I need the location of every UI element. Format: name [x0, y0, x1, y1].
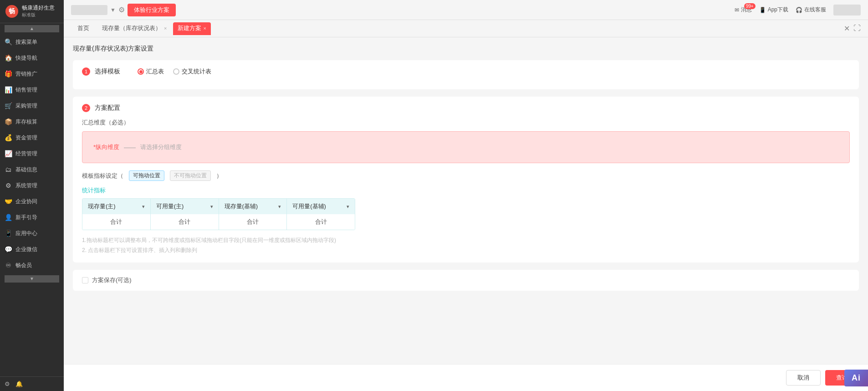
save-checkbox[interactable]	[82, 277, 88, 283]
sidebar-item-guide[interactable]: 👤 新手引导	[0, 210, 64, 226]
col-1-dropdown[interactable]: ▾	[210, 204, 213, 210]
stats-col-1-label: 可用量(主)	[156, 202, 184, 211]
sidebar-item-label: 企业微信	[15, 246, 37, 253]
sidebar-item-purchase[interactable]: 🛒 采购管理	[0, 98, 64, 114]
messages-btn[interactable]: ✉ 消息 99+	[735, 6, 752, 14]
cancel-button[interactable]: 取消	[786, 370, 821, 386]
sidebar-item-inventory[interactable]: 📦 库存核算	[0, 114, 64, 130]
col-2-dropdown[interactable]: ▾	[278, 204, 281, 210]
stats-col-3-label: 可用量(基辅)	[292, 202, 326, 211]
col-3-dropdown[interactable]: ▾	[347, 204, 349, 210]
messages-badge: 99+	[744, 3, 756, 9]
sidebar-item-basic-info[interactable]: 🗂 基础信息	[0, 162, 64, 178]
sidebar-item-label: 销售管理	[15, 86, 37, 94]
online-service-btn[interactable]: 🎧 在线客服	[796, 6, 826, 14]
section-config: 2 方案配置 汇总维度（必选） *纵向维度 —— 请选择分组维度 模板指标设定（…	[73, 97, 859, 262]
topbar: ▼ ⚙ 体验行业方案 ✉ 消息 99+ 📱 App下载 🎧 在线客服	[64, 0, 868, 20]
topbar-gear-icon[interactable]: ⚙	[118, 5, 125, 14]
dimension-required-star: *纵向维度	[93, 143, 119, 151]
tab-home[interactable]: 首页	[71, 21, 96, 37]
sidebar: 畅 畅康通好生意 标准版 ▲ 🔍 搜索菜单 🏠 快捷导航 🎁 营销推广 📊 销售…	[0, 0, 64, 391]
sidebar-item-management[interactable]: 📈 经营管理	[0, 146, 64, 162]
sidebar-item-label: 应用中心	[15, 230, 37, 237]
dimension-area[interactable]: *纵向维度 —— 请选择分组维度	[82, 131, 850, 163]
tab-inventory-close[interactable]: ×	[164, 26, 167, 31]
radio-cross-label: 交叉统计表	[182, 67, 211, 76]
tab-new-close[interactable]: ×	[203, 26, 206, 31]
ai-badge[interactable]: Ai	[844, 370, 868, 386]
topbar-placeholder	[71, 5, 107, 15]
radio-cross-dot	[173, 68, 179, 75]
stats-col-0-label: 现存量(主)	[88, 202, 116, 211]
gear-icon: ⚙	[5, 182, 12, 189]
trial-btn[interactable]: 体验行业方案	[128, 4, 176, 16]
app-download-btn[interactable]: 📱 App下载	[759, 6, 788, 14]
scroll-down-arrow[interactable]: ▼	[5, 275, 59, 283]
dimension-placeholder: 请选择分组维度	[140, 143, 182, 151]
box-icon: 📦	[5, 118, 12, 125]
tip-2: 2. 点击标题栏下拉可设置排序、插入列和删除列	[82, 246, 850, 256]
tab-inventory[interactable]: 现存量（库存状况表） ×	[96, 21, 173, 37]
stats-col-0[interactable]: 现存量(主) ▾	[82, 199, 151, 214]
content-area: 现存量(库存状况表)方案设置 1 选择模板 汇总表 交叉统计表	[64, 37, 868, 364]
stats-cell-1: 合计	[151, 214, 219, 230]
page-title: 现存量(库存状况表)方案设置	[73, 45, 859, 53]
sidebar-item-nav[interactable]: 🏠 快捷导航	[0, 50, 64, 66]
section1-header: 1 选择模板 汇总表 交叉统计表	[82, 67, 850, 76]
sidebar-item-label: 资金管理	[15, 134, 37, 142]
sidebar-item-system[interactable]: ⚙ 系统管理	[0, 178, 64, 194]
radio-cross-table[interactable]: 交叉统计表	[173, 67, 211, 76]
sidebar-item-label: 经营管理	[15, 150, 37, 158]
chart-icon: 📈	[5, 150, 12, 157]
sidebar-item-sales[interactable]: 📊 销售管理	[0, 82, 64, 98]
stats-table-body: 合计 合计 合计 合计	[82, 214, 355, 230]
col-0-dropdown[interactable]: ▾	[142, 204, 145, 210]
sidebar-item-search[interactable]: 🔍 搜索菜单	[0, 34, 64, 50]
sidebar-item-finance[interactable]: 💰 资金管理	[0, 130, 64, 146]
section2-header: 2 方案配置	[82, 104, 850, 112]
indicator-settings-label: 模板指标设定（	[82, 172, 123, 180]
headset-icon: 🎧	[796, 7, 802, 13]
stats-col-1[interactable]: 可用量(主) ▾	[151, 199, 219, 214]
sidebar-item-label: 企业协同	[15, 198, 37, 206]
step1-title: 选择模板	[95, 67, 120, 76]
sidebar-item-enterprise[interactable]: 🤝 企业协同	[0, 194, 64, 210]
settings-bottom-icon[interactable]: ⚙	[5, 381, 10, 387]
tabbar-actions: ✕ ⛶	[844, 24, 861, 33]
stats-col-2[interactable]: 现存量(基辅) ▾	[219, 199, 287, 214]
home-icon: 🏠	[5, 54, 12, 62]
stats-cell-3: 合计	[287, 214, 355, 230]
tabbar: 首页 现存量（库存状况表） × 新建方案 × ✕ ⛶	[64, 20, 868, 37]
sidebar-item-app-center[interactable]: 📱 应用中心	[0, 226, 64, 242]
service-label: 在线客服	[804, 6, 826, 14]
tab-expand-icon[interactable]: ⛶	[853, 24, 861, 33]
sales-icon: 📊	[5, 86, 12, 93]
stats-table-header: 现存量(主) ▾ 可用量(主) ▾ 现存量(基辅) ▾ 可用量(基辅) ▾	[82, 199, 355, 214]
radio-summary-table[interactable]: 汇总表	[138, 67, 164, 76]
stats-col-3[interactable]: 可用量(基辅) ▾	[287, 199, 355, 214]
sidebar-item-label: 快捷导航	[15, 54, 37, 62]
mobile-icon: 📱	[5, 230, 12, 237]
sidebar-item-member[interactable]: ♾ 畅会员	[0, 257, 64, 273]
chat-icon: 💬	[5, 246, 12, 253]
user-avatar[interactable]	[833, 5, 861, 15]
topbar-dropdown-icon[interactable]: ▼	[110, 7, 116, 13]
draggable-tag: 可拖动位置	[129, 170, 164, 181]
footer-section: 方案保存(可选)	[73, 270, 859, 291]
stats-title: 统计指标	[82, 186, 850, 195]
tab-new-plan[interactable]: 新建方案 ×	[173, 22, 210, 35]
sidebar-item-wechat[interactable]: 💬 企业微信	[0, 242, 64, 257]
sidebar-scroll-up[interactable]: ▲	[0, 23, 64, 34]
tab-close-all-icon[interactable]: ✕	[844, 24, 850, 33]
money-icon: 💰	[5, 134, 12, 141]
topbar-right: ✉ 消息 99+ 📱 App下载 🎧 在线客服	[735, 5, 861, 15]
tip-1: 1.拖动标题栏可以调整布局，不可跨维度或指标区域拖动栏目字段(只能在同一维度或指…	[82, 236, 850, 246]
bell-bottom-icon[interactable]: 🔔	[15, 381, 23, 387]
stats-table: 现存量(主) ▾ 可用量(主) ▾ 现存量(基辅) ▾ 可用量(基辅) ▾	[82, 198, 355, 230]
scroll-up-arrow[interactable]: ▲	[5, 25, 59, 32]
cart-icon: 🛒	[5, 102, 12, 109]
radio-summary-label: 汇总表	[146, 67, 164, 76]
sidebar-item-marketing[interactable]: 🎁 营销推广	[0, 66, 64, 82]
sidebar-bottom: ⚙ 🔔	[0, 376, 64, 391]
sidebar-scroll-down[interactable]: ▼	[0, 273, 64, 284]
